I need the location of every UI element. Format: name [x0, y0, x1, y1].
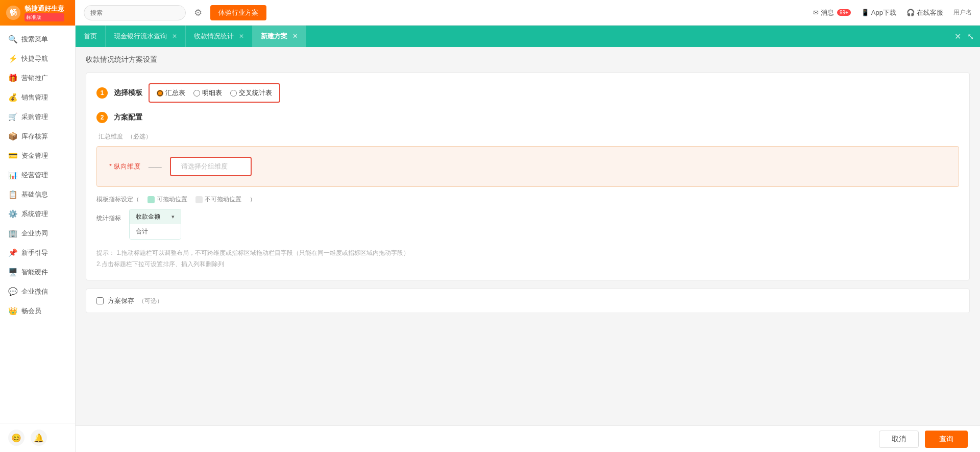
tab-receipt-stats-close[interactable]: ✕ — [239, 33, 244, 40]
notifications-btn[interactable]: ✉ 消息 99+ — [813, 8, 851, 17]
basic-info-icon: 📋 — [8, 190, 17, 199]
sidebar-bell-icon[interactable]: 🔔 — [31, 430, 47, 446]
vertical-dim-label: 纵向维度 — [109, 162, 140, 171]
purchase-icon: 🛒 — [8, 112, 17, 122]
member-icon: 👑 — [8, 306, 17, 316]
sidebar-item-label: 采购管理 — [21, 112, 48, 122]
movable-tag: 可拖动位置 — [148, 195, 187, 204]
config-section: 汇总维度 （必选） 纵向维度 —— 请选择分组维度 模板指标设定（ — [96, 132, 959, 270]
sidebar-item-marketing[interactable]: 🎁 营销推广 — [0, 68, 75, 88]
tabbar-window-actions: ✕ ⤡ — [948, 26, 980, 47]
dimension-row: 纵向维度 —— 请选择分组维度 — [109, 157, 946, 176]
sidebar-item-corp-coop[interactable]: 🏢 企业协同 — [0, 224, 75, 243]
tabbar: 首页 现金银行流水查询 ✕ 收款情况统计 ✕ 新建方案 ✕ ✕ ⤡ — [76, 26, 980, 47]
sidebar-item-label: 经营管理 — [21, 171, 48, 180]
close-window-icon[interactable]: ✕ — [954, 32, 961, 41]
gear-icon[interactable]: ⚙ — [194, 7, 202, 18]
tab-new-plan-label: 新建方案 — [261, 32, 287, 41]
corp-coop-icon: 🏢 — [8, 229, 17, 238]
radio-detail-input[interactable] — [193, 90, 200, 97]
sidebar-item-corp-wechat[interactable]: 💬 企业微信 — [0, 282, 75, 301]
tab-new-plan[interactable]: 新建方案 ✕ — [253, 26, 306, 47]
stats-label-text: 统计指标 — [96, 211, 121, 226]
unmovable-label: 不可拖动位置 — [205, 195, 241, 204]
sidebar-item-smart-hw[interactable]: 🖥️ 智能硬件 — [0, 263, 75, 282]
dimension-config-label: 汇总维度 （必选） — [96, 132, 959, 141]
sidebar-item-finance[interactable]: 💳 资金管理 — [0, 146, 75, 165]
sidebar-avatar[interactable]: 😊 — [8, 430, 24, 446]
online-service-btn[interactable]: 🎧 在线客服 — [906, 8, 943, 17]
step2-num: 2 — [96, 112, 108, 123]
step2-label: 方案配置 — [114, 113, 142, 122]
radio-summary[interactable]: 汇总表 — [157, 88, 185, 98]
unmovable-dot — [195, 196, 203, 203]
stats-header-cell[interactable]: 收款金额 ▾ — [130, 209, 181, 224]
step1-label: 选择模板 — [114, 88, 142, 98]
footer-bar: 取消 查询 — [76, 425, 980, 452]
section-template: 1 选择模板 汇总表 明细表 交叉统计表 — [86, 73, 970, 280]
topbar: ⚙ 体验行业方案 ✉ 消息 99+ 📱 App下载 🎧 在线客服 用户名 — [76, 0, 980, 26]
unmovable-tag: 不可拖动位置 — [195, 195, 241, 204]
tab-bank-flow[interactable]: 现金银行流水查询 ✕ — [106, 26, 186, 47]
stats-col-label: 统计指标 — [96, 209, 121, 240]
content-area: 收款情况统计方案设置 1 选择模板 汇总表 明细表 — [76, 47, 980, 425]
cell-dropdown-icon[interactable]: ▾ — [172, 213, 175, 220]
metric-header-label: 收款金额 — [136, 212, 160, 221]
movable-label: 可拖动位置 — [157, 195, 187, 204]
save-section: 方案保存 （可选） — [86, 289, 970, 313]
sidebar-item-label: 库存核算 — [21, 132, 48, 141]
sidebar-item-member[interactable]: 👑 畅会员 — [0, 301, 75, 321]
sidebar-item-sys-mgmt[interactable]: ⚙️ 系统管理 — [0, 204, 75, 224]
radio-detail[interactable]: 明细表 — [193, 88, 222, 98]
query-button[interactable]: 查询 — [925, 431, 968, 448]
stats-row-total: 合计 — [130, 224, 181, 239]
sidebar-item-purchase[interactable]: 🛒 采购管理 — [0, 107, 75, 127]
tab-bank-flow-label: 现金银行流水查询 — [114, 32, 167, 41]
sidebar-item-sales[interactable]: 💰 销售管理 — [0, 88, 75, 107]
sidebar-item-inventory[interactable]: 📦 库存核算 — [0, 127, 75, 146]
sidebar-item-label: 快捷导航 — [21, 54, 48, 63]
template-radio-group: 汇总表 明细表 交叉统计表 — [157, 88, 272, 98]
radio-crosstab-label: 交叉统计表 — [239, 88, 272, 98]
dimension-select[interactable]: 请选择分组维度 — [170, 157, 252, 176]
total-label: 合计 — [136, 228, 148, 235]
topbar-search-area — [84, 5, 186, 20]
sidebar-item-operation[interactable]: 📊 经营管理 — [0, 165, 75, 185]
tab-new-plan-close[interactable]: ✕ — [292, 33, 298, 40]
sidebar-item-label: 基础信息 — [21, 190, 48, 199]
step1-row: 1 选择模板 汇总表 明细表 交叉统计表 — [96, 83, 959, 103]
stats-table: 收款金额 ▾ 合计 — [129, 209, 181, 240]
radio-crosstab[interactable]: 交叉统计表 — [230, 88, 272, 98]
radio-crosstab-input[interactable] — [230, 90, 237, 97]
stats-layout: 统计指标 收款金额 ▾ 合计 — [96, 209, 959, 240]
save-checkbox[interactable] — [96, 297, 104, 304]
template-select-box: 汇总表 明细表 交叉统计表 — [149, 83, 280, 103]
radio-detail-label: 明细表 — [202, 88, 222, 98]
dimension-label-text: 汇总维度 — [99, 133, 123, 140]
tab-home[interactable]: 首页 — [76, 26, 106, 47]
save-checkbox-label: 方案保存 — [108, 296, 134, 305]
step1-num: 1 — [96, 87, 108, 99]
sidebar-item-basic-info[interactable]: 📋 基础信息 — [0, 185, 75, 204]
logo-text: 畅捷通好生意 — [24, 4, 64, 13]
sidebar-item-newcomer[interactable]: 📌 新手引导 — [0, 243, 75, 263]
tab-bank-flow-close[interactable]: ✕ — [172, 33, 177, 40]
operation-icon: 📊 — [8, 171, 17, 180]
sidebar-item-label: 系统管理 — [21, 209, 48, 219]
app-download-btn[interactable]: 📱 App下载 — [861, 8, 896, 17]
sidebar-item-label: 企业微信 — [21, 287, 48, 296]
industry-btn[interactable]: 体验行业方案 — [210, 5, 266, 20]
sidebar-logo: 畅 畅捷通好生意 标准版 — [0, 0, 75, 26]
sidebar-item-quick-nav[interactable]: ⚡ 快捷导航 — [0, 49, 75, 68]
sidebar-item-search-menu[interactable]: 🔍 搜索菜单 — [0, 30, 75, 49]
dimension-required-note: （必选） — [127, 133, 152, 140]
search-input[interactable] — [84, 5, 186, 20]
cancel-button[interactable]: 取消 — [879, 431, 919, 448]
tab-receipt-stats[interactable]: 收款情况统计 ✕ — [186, 26, 253, 47]
expand-window-icon[interactable]: ⤡ — [967, 32, 974, 41]
sidebar-item-label: 搜索菜单 — [21, 35, 48, 44]
sidebar-item-label: 资金管理 — [21, 151, 48, 160]
radio-summary-input[interactable] — [157, 90, 163, 97]
notifications-badge: 99+ — [837, 9, 851, 16]
step2-row: 2 方案配置 — [96, 112, 959, 123]
